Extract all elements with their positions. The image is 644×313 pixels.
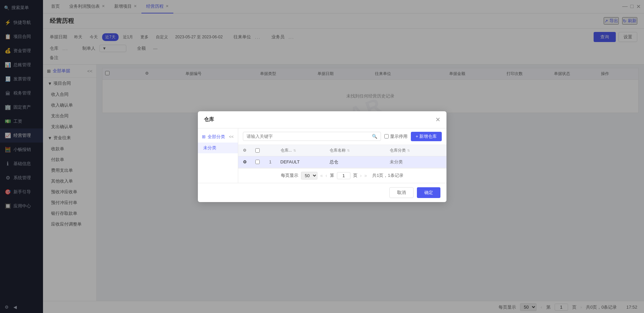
code-sort-icon: ⇅ — [293, 149, 296, 152]
modal-th-settings[interactable]: ⚙ — [238, 145, 252, 156]
modal-last-page-btn[interactable]: » — [364, 173, 367, 178]
name-sort-icon: ⇅ — [347, 149, 350, 152]
modal-th-check — [252, 145, 264, 156]
modal-title: 仓库 — [204, 116, 214, 123]
modal-prev-page-btn[interactable]: ‹ — [326, 173, 327, 178]
modal-close-button[interactable]: ✕ — [435, 116, 440, 123]
modal-th-num — [264, 145, 277, 156]
confirm-button[interactable]: 确定 — [417, 187, 440, 198]
modal-table-header: ⚙ 仓库... ⇅ 仓库名称 ⇅ 仓库分类 — [238, 145, 446, 156]
modal-table-row[interactable]: ⚙ 1 DEFAULT 总仓 未分类 — [238, 156, 446, 168]
modal-left-uncategorized[interactable]: 未分类 — [198, 143, 238, 153]
add-warehouse-button[interactable]: + 新增仓库 — [411, 132, 441, 141]
show-disabled-toggle[interactable]: 显示停用 — [384, 133, 407, 140]
modal-search-input[interactable] — [247, 134, 370, 139]
modal-td-code: DEFAULT — [277, 157, 327, 167]
modal-row-checkbox[interactable] — [255, 160, 260, 164]
modal-first-page-btn[interactable]: « — [320, 173, 323, 178]
modal-th-category[interactable]: 仓库分类 ⇅ — [386, 145, 446, 156]
modal-left-all-categories[interactable]: ⊞ 全部分类 << — [198, 131, 238, 143]
modal-search-box: 🔍 — [243, 132, 381, 141]
show-disabled-checkbox[interactable] — [384, 134, 389, 139]
modal-next-page-btn[interactable]: › — [360, 173, 362, 178]
modal-td-category: 未分类 — [386, 156, 446, 168]
modal-table: ⚙ 仓库... ⇅ 仓库名称 ⇅ 仓库分类 — [238, 145, 446, 168]
modal-th-code[interactable]: 仓库... ⇅ — [277, 145, 327, 156]
modal-td-settings[interactable]: ⚙ — [238, 157, 252, 167]
modal-right-panel: 🔍 显示停用 + 新增仓库 ⚙ — [238, 128, 446, 183]
modal-page-size-select[interactable]: 50 — [301, 172, 317, 180]
all-categories-icon: ⊞ — [202, 134, 206, 139]
modal-search-icon[interactable]: 🔍 — [372, 134, 377, 139]
warehouse-modal: 仓库 ✕ ⊞ 全部分类 << 未分类 🔍 显示停用 — [198, 111, 446, 202]
modal-toolbar: 🔍 显示停用 + 新增仓库 — [238, 128, 446, 145]
modal-pagination: 每页显示 50 « ‹ 算 页 › » 共1页，1条记录 — [238, 168, 446, 183]
modal-td-check[interactable] — [252, 157, 264, 167]
modal-left-panel: ⊞ 全部分类 << 未分类 — [198, 128, 238, 183]
modal-td-name: 总仓 — [326, 156, 386, 168]
row-settings-icon: ⚙ — [243, 159, 247, 164]
cancel-button[interactable]: 取消 — [389, 187, 414, 198]
modal-page-input[interactable] — [337, 172, 350, 179]
modal-select-all-checkbox[interactable] — [255, 148, 260, 153]
modal-footer: 取消 确定 — [198, 183, 446, 202]
modal-th-name[interactable]: 仓库名称 ⇅ — [326, 145, 386, 156]
modal-body: ⊞ 全部分类 << 未分类 🔍 显示停用 + 新增仓库 — [198, 128, 446, 183]
category-sort-icon: ⇅ — [407, 149, 410, 152]
modal-header: 仓库 ✕ — [198, 111, 446, 128]
settings-icon: ⚙ — [243, 148, 247, 153]
modal-collapse-btn[interactable]: << — [229, 134, 233, 139]
modal-td-num: 1 — [264, 157, 277, 167]
